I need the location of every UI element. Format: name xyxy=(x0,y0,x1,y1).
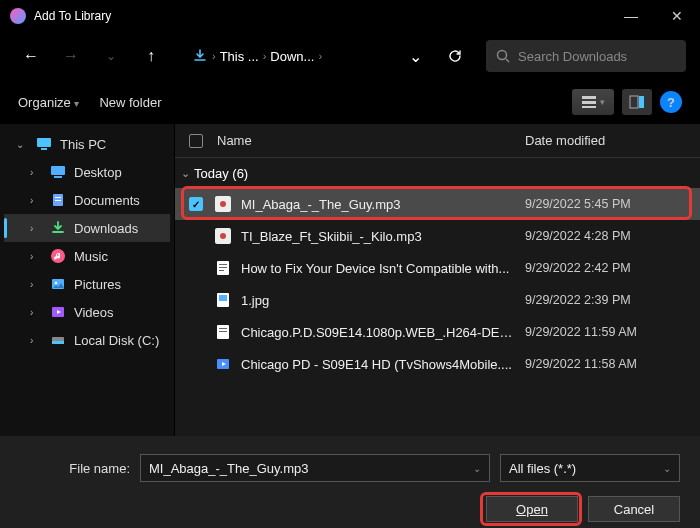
sidebar-item-label: This PC xyxy=(60,137,106,152)
column-date[interactable]: Date modified xyxy=(525,133,690,148)
sidebar-item-documents[interactable]: › Documents xyxy=(4,186,170,214)
row-checkbox[interactable] xyxy=(189,197,203,211)
file-filter-select[interactable]: All files (*.*) ⌄ xyxy=(500,454,680,482)
window-title: Add To Library xyxy=(34,9,608,23)
svg-point-0 xyxy=(498,51,507,60)
sidebar: ⌄ This PC › Desktop › Documents › Downlo… xyxy=(0,124,175,436)
svg-rect-25 xyxy=(219,264,227,265)
file-row[interactable]: How to Fix Your Device Isn't Compatible … xyxy=(175,252,700,284)
downloads-crumb-icon xyxy=(192,48,208,64)
column-name[interactable]: Name xyxy=(217,133,525,148)
svg-rect-9 xyxy=(51,166,65,175)
crumb-segment[interactable]: This ... xyxy=(220,49,259,64)
svg-point-16 xyxy=(55,282,57,284)
chevron-right-icon: › xyxy=(30,223,42,234)
file-date: 9/29/2022 11:59 AM xyxy=(525,325,690,339)
search-placeholder: Search Downloads xyxy=(518,49,627,64)
minimize-button[interactable]: — xyxy=(608,0,654,32)
svg-rect-29 xyxy=(219,295,227,301)
file-row[interactable]: TI_Blaze_Ft_Skiibii_-_Kilo.mp3 9/29/2022… xyxy=(175,220,700,252)
chevron-right-icon: › xyxy=(30,195,42,206)
svg-rect-27 xyxy=(219,270,224,271)
sidebar-item-label: Pictures xyxy=(74,277,121,292)
open-button[interactable]: Open xyxy=(486,496,578,522)
file-date: 9/29/2022 2:39 PM xyxy=(525,293,690,307)
preview-pane-button[interactable] xyxy=(622,89,652,115)
breadcrumb[interactable]: › This ... › Down... › xyxy=(192,48,382,64)
svg-rect-31 xyxy=(219,328,227,329)
search-input[interactable]: Search Downloads xyxy=(486,40,686,72)
sidebar-item-label: Local Disk (C:) xyxy=(74,333,159,348)
svg-rect-12 xyxy=(55,197,61,198)
refresh-icon xyxy=(447,48,463,64)
file-name: Chicago.P.D.S09E14.1080p.WEB_.H264-DEX..… xyxy=(241,325,525,340)
file-name: Chicago PD - S09E14 HD (TvShows4Mobile..… xyxy=(241,357,525,372)
select-all-checkbox[interactable] xyxy=(189,134,203,148)
sidebar-item-desktop[interactable]: › Desktop xyxy=(4,158,170,186)
file-name: TI_Blaze_Ft_Skiibii_-_Kilo.mp3 xyxy=(241,229,525,244)
help-button[interactable]: ? xyxy=(660,91,682,113)
svg-rect-4 xyxy=(582,106,596,108)
svg-rect-32 xyxy=(219,331,227,332)
sidebar-item-this-pc[interactable]: ⌄ This PC xyxy=(4,130,170,158)
organize-button[interactable]: Organize ▾ xyxy=(18,95,79,110)
file-date: 9/29/2022 5:45 PM xyxy=(525,197,690,211)
chevron-right-icon: › xyxy=(30,335,42,346)
group-label: Today (6) xyxy=(194,166,248,181)
file-row[interactable]: Chicago PD - S09E14 HD (TvShows4Mobile..… xyxy=(175,348,700,380)
crumb-segment[interactable]: Down... xyxy=(270,49,314,64)
app-logo-icon xyxy=(10,8,26,24)
desktop-icon xyxy=(50,164,66,180)
file-date: 9/29/2022 4:28 PM xyxy=(525,229,690,243)
search-icon xyxy=(496,49,510,63)
chevron-down-icon: ⌄ xyxy=(473,463,481,474)
forward-button[interactable]: → xyxy=(54,39,88,73)
crumb-dropdown-button[interactable]: ⌄ xyxy=(398,39,432,73)
file-row[interactable]: MI_Abaga_-_The_Guy.mp3 9/29/2022 5:45 PM xyxy=(175,188,700,220)
sidebar-item-label: Documents xyxy=(74,193,140,208)
pictures-icon xyxy=(50,276,66,292)
pc-icon xyxy=(36,136,52,152)
chevron-right-icon: › xyxy=(30,251,42,262)
refresh-button[interactable] xyxy=(438,39,472,73)
list-view-icon xyxy=(581,95,597,109)
recent-button[interactable]: ⌄ xyxy=(94,39,128,73)
sidebar-item-music[interactable]: › Music xyxy=(4,242,170,270)
group-header-today[interactable]: ⌄ Today (6) xyxy=(175,158,700,188)
doc-file-icon xyxy=(215,324,231,340)
sidebar-item-videos[interactable]: › Videos xyxy=(4,298,170,326)
doc-file-icon xyxy=(215,260,231,276)
filename-input[interactable]: MI_Abaga_-_The_Guy.mp3 ⌄ xyxy=(140,454,490,482)
file-name: MI_Abaga_-_The_Guy.mp3 xyxy=(241,197,525,212)
sidebar-item-local-disk[interactable]: › Local Disk (C:) xyxy=(4,326,170,354)
view-mode-button[interactable]: ▾ xyxy=(572,89,614,115)
sidebar-item-label: Downloads xyxy=(74,221,138,236)
video-file-icon xyxy=(215,356,231,372)
back-button[interactable]: ← xyxy=(14,39,48,73)
svg-rect-5 xyxy=(630,96,638,108)
sidebar-item-pictures[interactable]: › Pictures xyxy=(4,270,170,298)
file-name: 1.jpg xyxy=(241,293,525,308)
image-file-icon xyxy=(215,292,231,308)
sidebar-item-label: Desktop xyxy=(74,165,122,180)
documents-icon xyxy=(50,192,66,208)
svg-rect-19 xyxy=(52,341,64,344)
file-row[interactable]: 1.jpg 9/29/2022 2:39 PM xyxy=(175,284,700,316)
svg-rect-2 xyxy=(582,96,596,99)
close-button[interactable]: ✕ xyxy=(654,0,700,32)
new-folder-button[interactable]: New folder xyxy=(99,95,161,110)
file-row[interactable]: Chicago.P.D.S09E14.1080p.WEB_.H264-DEX..… xyxy=(175,316,700,348)
file-list: Name Date modified ⌄ Today (6) MI_Abaga_… xyxy=(175,124,700,436)
filter-value: All files (*.*) xyxy=(509,461,576,476)
up-button[interactable]: ↑ xyxy=(134,39,168,73)
svg-rect-8 xyxy=(41,148,47,150)
svg-point-21 xyxy=(220,201,226,207)
chevron-down-icon: ⌄ xyxy=(663,463,671,474)
sidebar-item-downloads[interactable]: › Downloads xyxy=(4,214,170,242)
disk-icon xyxy=(50,332,66,348)
filename-label: File name: xyxy=(20,461,130,476)
sidebar-item-label: Music xyxy=(74,249,108,264)
chevron-right-icon: › xyxy=(30,167,42,178)
chevron-right-icon: › xyxy=(30,307,42,318)
cancel-button[interactable]: Cancel xyxy=(588,496,680,522)
